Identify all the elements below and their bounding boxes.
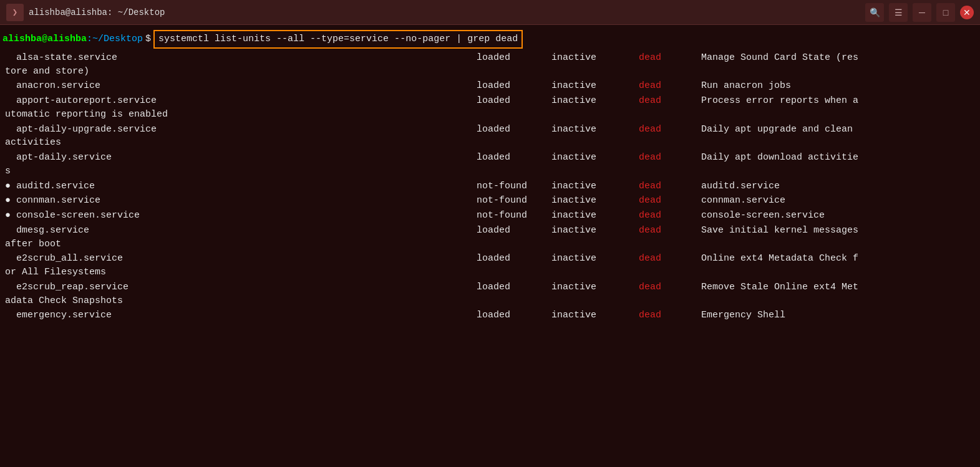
service-load: loaded bbox=[477, 51, 551, 65]
service-name: ● auditd.service bbox=[2, 180, 477, 193]
service-name: e2scrub_reap.service bbox=[2, 281, 477, 294]
service-name: apt-daily-upgrade.service bbox=[2, 123, 477, 137]
service-load: not-found bbox=[477, 209, 551, 223]
service-desc-cont: or All Filesystems bbox=[2, 266, 978, 279]
service-load: loaded bbox=[477, 252, 551, 266]
close-button[interactable]: ✕ bbox=[960, 6, 974, 19]
service-active: inactive bbox=[551, 94, 639, 108]
service-entry: emergency.serviceloadedinactivedeadEmerg… bbox=[2, 309, 978, 322]
service-desc: Daily apt upgrade and clean bbox=[701, 123, 978, 137]
service-active: inactive bbox=[551, 209, 639, 223]
service-active: inactive bbox=[551, 151, 639, 165]
service-desc-cont: utomatic reporting is enabled bbox=[2, 108, 978, 122]
service-name: anacron.service bbox=[2, 79, 477, 93]
service-active: inactive bbox=[551, 123, 639, 137]
menu-button[interactable]: ☰ bbox=[889, 3, 908, 22]
service-entry: apt-daily-upgrade.serviceloadedinactived… bbox=[2, 123, 978, 150]
service-name: dmesg.service bbox=[2, 224, 477, 238]
service-load: not-found bbox=[477, 180, 551, 193]
service-sub: dead bbox=[639, 309, 701, 322]
service-sub: dead bbox=[639, 123, 701, 137]
service-active: inactive bbox=[551, 252, 639, 266]
service-name: ● connman.service bbox=[2, 194, 477, 208]
service-row: ● console-screen.servicenot-foundinactiv… bbox=[2, 209, 978, 223]
title-bar: ❯ alishba@alishba: ~/Desktop 🔍 ☰ ─ □ ✕ bbox=[0, 0, 980, 25]
minimize-button[interactable]: ─ bbox=[913, 3, 931, 22]
service-desc-cont: after boot bbox=[2, 238, 978, 251]
service-sub: dead bbox=[639, 281, 701, 294]
service-row: apport-autoreport.serviceloadedinactived… bbox=[2, 94, 978, 108]
service-row: e2scrub_reap.serviceloadedinactivedeadRe… bbox=[2, 281, 978, 294]
service-entry: dmesg.serviceloadedinactivedeadSave init… bbox=[2, 224, 978, 251]
service-load: loaded bbox=[477, 224, 551, 238]
service-row: apt-daily.serviceloadedinactivedeadDaily… bbox=[2, 151, 978, 165]
service-row: ● auditd.servicenot-foundinactivedeadaud… bbox=[2, 180, 978, 193]
service-desc: connman.service bbox=[701, 194, 978, 208]
service-table: alsa-state.serviceloadedinactivedeadMana… bbox=[2, 51, 978, 322]
command-text: systemctl list-units --all --type=servic… bbox=[153, 30, 523, 49]
service-row: e2scrub_all.serviceloadedinactivedeadOnl… bbox=[2, 252, 978, 266]
service-name: ● console-screen.service bbox=[2, 209, 477, 223]
window-title: alishba@alishba: ~/Desktop bbox=[29, 7, 165, 17]
service-active: inactive bbox=[551, 79, 639, 93]
terminal-icon: ❯ bbox=[6, 4, 24, 21]
service-entry: alsa-state.serviceloadedinactivedeadMana… bbox=[2, 51, 978, 79]
service-load: loaded bbox=[477, 123, 551, 137]
service-load: loaded bbox=[477, 281, 551, 294]
service-entry: ● console-screen.servicenot-foundinactiv… bbox=[2, 209, 978, 223]
service-desc: Remove Stale Online ext4 Met bbox=[701, 281, 978, 294]
service-desc: Save initial kernel messages bbox=[701, 224, 978, 238]
service-sub: dead bbox=[639, 94, 701, 108]
service-active: inactive bbox=[551, 51, 639, 65]
service-row: dmesg.serviceloadedinactivedeadSave init… bbox=[2, 224, 978, 238]
service-desc: Daily apt download activitie bbox=[701, 151, 978, 165]
service-sub: dead bbox=[639, 224, 701, 238]
service-desc: Manage Sound Card State (res bbox=[701, 51, 978, 65]
service-entry: e2scrub_all.serviceloadedinactivedeadOnl… bbox=[2, 252, 978, 279]
service-load: loaded bbox=[477, 309, 551, 322]
service-row: anacron.serviceloadedinactivedeadRun ana… bbox=[2, 79, 978, 93]
service-active: inactive bbox=[551, 224, 639, 238]
service-name: alsa-state.service bbox=[2, 51, 477, 65]
terminal-body[interactable]: alishba@alishba :~/Desktop $ systemctl l… bbox=[0, 25, 980, 467]
service-name: e2scrub_all.service bbox=[2, 252, 477, 266]
service-row: emergency.serviceloadedinactivedeadEmerg… bbox=[2, 309, 978, 322]
service-active: inactive bbox=[551, 309, 639, 322]
service-row: alsa-state.serviceloadedinactivedeadMana… bbox=[2, 51, 978, 65]
service-sub: dead bbox=[639, 151, 701, 165]
service-sub: dead bbox=[639, 209, 701, 223]
service-active: inactive bbox=[551, 281, 639, 294]
service-entry: apport-autoreport.serviceloadedinactived… bbox=[2, 94, 978, 122]
service-entry: e2scrub_reap.serviceloadedinactivedeadRe… bbox=[2, 281, 978, 308]
service-row: apt-daily-upgrade.serviceloadedinactived… bbox=[2, 123, 978, 137]
service-desc: auditd.service bbox=[701, 180, 978, 193]
prompt-dollar: $ bbox=[145, 32, 151, 46]
service-desc-cont: activities bbox=[2, 136, 978, 150]
terminal-icon-glyph: ❯ bbox=[12, 7, 17, 17]
service-entry: ● connman.servicenot-foundinactivedeadco… bbox=[2, 194, 978, 208]
service-desc: Process error reports when a bbox=[701, 94, 978, 108]
service-desc-cont: tore and store) bbox=[2, 65, 978, 79]
prompt-line: alishba@alishba :~/Desktop $ systemctl l… bbox=[2, 30, 978, 49]
service-load: loaded bbox=[477, 79, 551, 93]
service-sub: dead bbox=[639, 79, 701, 93]
service-desc-cont: adata Check Snapshots bbox=[2, 294, 978, 308]
service-row: ● connman.servicenot-foundinactivedeadco… bbox=[2, 194, 978, 208]
search-button[interactable]: 🔍 bbox=[865, 3, 884, 22]
prompt-user: alishba@alishba bbox=[2, 32, 87, 46]
title-bar-left: ❯ alishba@alishba: ~/Desktop bbox=[6, 4, 165, 21]
service-active: inactive bbox=[551, 194, 639, 208]
service-entry: apt-daily.serviceloadedinactivedeadDaily… bbox=[2, 151, 978, 178]
service-entry: anacron.serviceloadedinactivedeadRun ana… bbox=[2, 79, 978, 93]
service-desc: Emergency Shell bbox=[701, 309, 978, 322]
service-active: inactive bbox=[551, 180, 639, 193]
service-load: loaded bbox=[477, 151, 551, 165]
service-sub: dead bbox=[639, 180, 701, 193]
service-name: apport-autoreport.service bbox=[2, 94, 477, 108]
title-bar-controls: 🔍 ☰ ─ □ ✕ bbox=[865, 3, 974, 22]
service-desc-cont: s bbox=[2, 165, 978, 178]
service-desc: Online ext4 Metadata Check f bbox=[701, 252, 978, 266]
maximize-button[interactable]: □ bbox=[936, 3, 955, 22]
service-sub: dead bbox=[639, 252, 701, 266]
service-name: apt-daily.service bbox=[2, 151, 477, 165]
